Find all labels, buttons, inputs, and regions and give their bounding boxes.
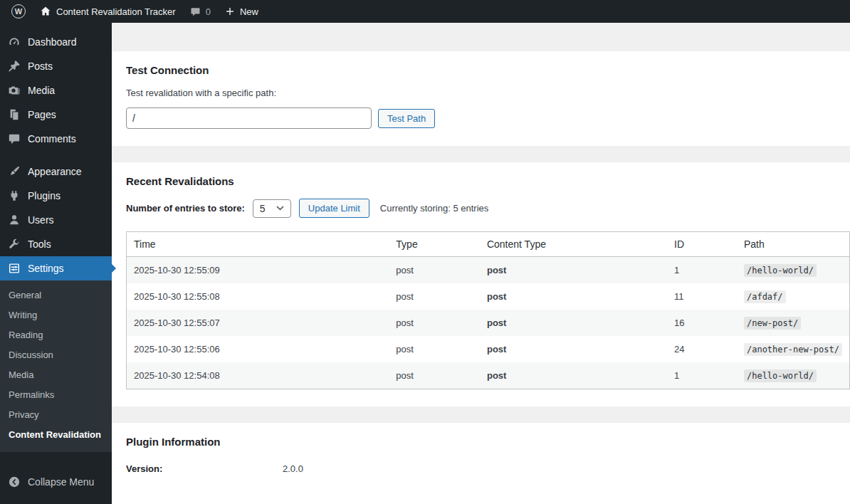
entries-label: Number of entries to store: (126, 203, 245, 214)
new-content-button[interactable]: New (218, 0, 266, 23)
path-code: /hello-world/ (744, 264, 817, 277)
submenu-item-content-revalidation[interactable]: Content Revalidation (0, 425, 112, 445)
sidebar-item-label: Tools (28, 238, 51, 250)
recent-revalidations-section: Recent Revalidations Number of entries t… (112, 162, 850, 406)
entries-select-value: 5 (260, 203, 266, 214)
path-code: /new-post/ (744, 317, 801, 330)
table-row: 2025-10-30 12:55:08 post post 11 /afdaf/ (127, 283, 850, 310)
cell-content-type: post (480, 310, 667, 336)
cell-type: post (389, 283, 480, 310)
sidebar-item-users[interactable]: Users (0, 208, 112, 232)
sidebar-item-label: Pages (28, 109, 56, 120)
update-limit-button[interactable]: Update Limit (299, 199, 369, 218)
settings-submenu: General Writing Reading Discussion Media… (0, 280, 112, 452)
submenu-item-reading[interactable]: Reading (0, 325, 112, 345)
column-header-id: ID (667, 232, 737, 257)
sidebar-item-media[interactable]: Media (0, 78, 112, 103)
cell-id: 16 (667, 310, 737, 336)
sidebar-item-plugins[interactable]: Plugins (0, 184, 112, 208)
comments-icon (7, 132, 21, 146)
sidebar-item-comments[interactable]: Comments (0, 127, 112, 151)
sidebar-item-pages[interactable]: Pages (0, 103, 112, 127)
submenu-item-privacy[interactable]: Privacy (0, 405, 112, 425)
cell-time: 2025-10-30 12:55:08 (127, 283, 389, 310)
paintbrush-icon (7, 164, 21, 179)
sidebar-item-settings[interactable]: Settings (0, 256, 112, 280)
recent-revalidations-title: Recent Revalidations (126, 175, 850, 187)
table-header-row: Time Type Content Type ID Path (127, 232, 850, 257)
sidebar-item-appearance[interactable]: Appearance (0, 159, 112, 184)
cell-id: 24 (667, 336, 737, 362)
main-content: Test Connection Test revalidation with a… (112, 23, 850, 504)
collapse-arrow-icon (7, 475, 21, 489)
admin-sidebar: Dashboard Posts Media Pages Comments (0, 23, 112, 504)
test-connection-description: Test revalidation with a specific path: (126, 88, 836, 98)
sidebar-item-posts[interactable]: Posts (0, 54, 112, 78)
comment-bubble-icon (190, 6, 201, 17)
cell-path: /hello-world/ (737, 362, 850, 389)
collapse-menu-button[interactable]: Collapse Menu (0, 470, 112, 494)
currently-storing-text: Currently storing: 5 entries (380, 203, 488, 214)
plug-icon (7, 189, 21, 203)
cell-path: /afdaf/ (737, 283, 850, 310)
wordpress-logo-icon: W (11, 4, 26, 19)
admin-bar: W Content Revalidation Tracker 0 New (0, 0, 850, 23)
table-row: 2025-10-30 12:55:07 post post 16 /new-po… (127, 310, 850, 336)
cell-content-type: post (480, 362, 667, 389)
column-header-content-type: Content Type (480, 232, 667, 257)
site-name-link[interactable]: Content Revalidation Tracker (33, 0, 183, 23)
version-value: 2.0.0 (283, 463, 303, 474)
path-code: /another-new-post/ (744, 343, 842, 356)
comments-count: 0 (206, 6, 211, 17)
site-name-label: Content Revalidation Tracker (56, 6, 176, 17)
submenu-item-general[interactable]: General (0, 285, 112, 305)
test-path-button[interactable]: Test Path (378, 109, 435, 128)
table-row: 2025-10-30 12:54:08 post post 1 /hello-w… (127, 362, 850, 389)
version-row: Version: 2.0.0 (126, 463, 836, 474)
path-code: /hello-world/ (744, 369, 817, 382)
pin-icon (7, 59, 21, 73)
dashboard-icon (7, 35, 21, 49)
cell-path: /hello-world/ (737, 257, 850, 284)
test-path-row: Test Path (126, 107, 836, 129)
sidebar-item-label: Settings (28, 263, 64, 274)
test-connection-section: Test Connection Test revalidation with a… (112, 51, 850, 146)
cell-id: 1 (667, 362, 737, 389)
entries-select[interactable]: 5 (253, 199, 291, 218)
pages-icon (7, 107, 21, 122)
cell-time: 2025-10-30 12:55:06 (127, 336, 389, 362)
submenu-item-writing[interactable]: Writing (0, 305, 112, 325)
home-icon (40, 6, 51, 17)
cell-time: 2025-10-30 12:54:08 (127, 362, 389, 389)
column-header-path: Path (737, 232, 850, 257)
cell-time: 2025-10-30 12:55:09 (127, 257, 389, 284)
revalidations-table: Time Type Content Type ID Path 2025-10-3… (126, 231, 850, 389)
cell-content-type: post (480, 257, 667, 284)
sidebar-item-tools[interactable]: Tools (0, 232, 112, 256)
admin-layout: Dashboard Posts Media Pages Comments (0, 23, 850, 504)
entries-controls: Number of entries to store: 5 Update Lim… (126, 199, 850, 218)
cell-type: post (389, 336, 480, 362)
submenu-item-permalinks[interactable]: Permalinks (0, 385, 112, 405)
test-path-input[interactable] (126, 107, 372, 129)
column-header-time: Time (127, 232, 389, 257)
cell-id: 1 (667, 257, 737, 284)
content-top-gap (112, 23, 850, 51)
test-connection-title: Test Connection (126, 64, 836, 76)
cell-type: post (389, 310, 480, 336)
sidebar-item-label: Posts (28, 61, 53, 72)
sidebar-item-label: Users (28, 214, 54, 226)
path-code: /afdaf/ (744, 290, 786, 303)
submenu-item-media[interactable]: Media (0, 365, 112, 385)
sidebar-item-label: Appearance (28, 166, 82, 177)
sidebar-item-label: Comments (28, 133, 76, 145)
sidebar-item-dashboard[interactable]: Dashboard (0, 30, 112, 54)
plugin-information-title: Plugin Information (126, 436, 836, 448)
collapse-menu-label: Collapse Menu (28, 476, 94, 488)
cell-id: 11 (667, 283, 737, 310)
admin-bar-comments[interactable]: 0 (183, 0, 218, 23)
settings-icon (7, 261, 21, 275)
cell-path: /another-new-post/ (737, 336, 850, 362)
wordpress-logo-menu[interactable]: W (4, 0, 33, 23)
submenu-item-discussion[interactable]: Discussion (0, 345, 112, 365)
